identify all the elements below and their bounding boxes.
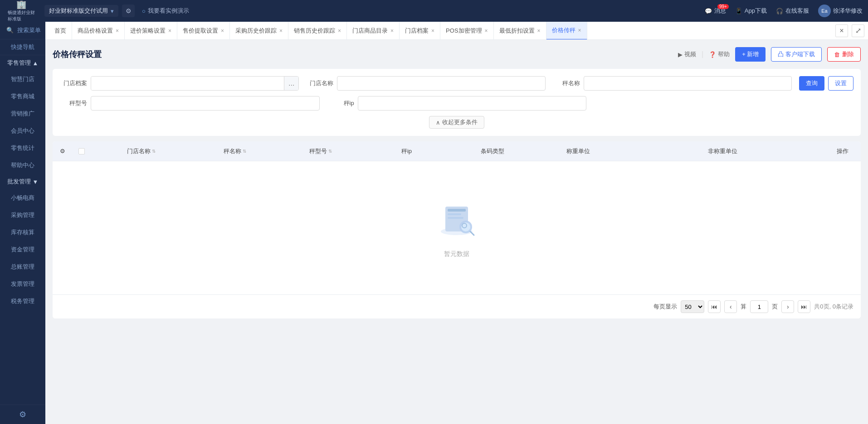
user-menu-btn[interactable]: Ea 徐泽华修改 [818,5,863,17]
sidebar-item-finance[interactable]: 资金管理 [0,241,45,258]
tab-store-catalog[interactable]: 门店商品目录 × [347,22,400,40]
sidebar-item-wholesale-group[interactable]: 批发管理 ▼ [0,174,45,189]
sidebar-item-marketing[interactable]: 营销推广 [0,105,45,122]
close-icon[interactable]: × [537,28,541,34]
message-icon: 💬 [705,8,712,14]
app-download-btn[interactable]: 📱 App下载 [735,7,767,15]
add-button[interactable]: + 新增 [735,47,766,62]
chevron-up-icon: ∧ [436,119,440,126]
store-name-input[interactable] [337,76,545,91]
sidebar-item-member[interactable]: 会员中心 [0,122,45,140]
close-icon[interactable]: × [116,28,119,34]
sort-icon[interactable]: ⇅ [243,149,246,154]
model-input[interactable] [91,96,320,111]
sort-icon[interactable]: ⇅ [328,149,332,154]
sort-icon[interactable]: ⇅ [152,149,156,154]
header-checkbox[interactable] [78,148,85,154]
th-unit: 称重单位 [535,147,621,155]
content-area: 首页 商品价格设置 × 进价策略设置 × 售价提取设置 × 采购历史价跟踪 × … [45,22,868,424]
client-download-button[interactable]: 凸 客户端下载 [771,47,822,62]
empty-text: 暂元数据 [444,250,469,258]
th-model: 秤型号 ⇅ [278,147,364,155]
next-page-btn[interactable]: › [781,300,794,313]
th-nonunit: 非称重单位 [621,147,824,155]
tab-pos-encrypt[interactable]: POS加密管理 × [440,22,493,40]
empty-icon [434,198,479,243]
scale-name-field: 秤名称 [553,76,792,91]
settings-icon[interactable]: ⚙ [122,5,135,17]
message-btn[interactable]: 💬 消息 99+ [705,7,726,15]
tab-store-profile[interactable]: 门店档案 × [400,22,440,40]
last-page-btn[interactable]: ⏭ [798,300,810,313]
collapse-button[interactable]: ∧ 收起更多条件 [429,116,484,129]
store-name-label: 门店名称 [306,79,333,87]
close-icon[interactable]: × [431,28,434,34]
svg-rect-3 [448,213,461,215]
video-link[interactable]: ▶ 视频 [678,50,696,58]
demo-link[interactable]: ○ 我要看实例演示 [142,7,189,15]
scale-ip-label: 秤ip [327,99,354,107]
scale-name-input[interactable] [584,76,792,91]
setting-button[interactable]: 设置 [828,76,853,91]
sidebar-item-ledger[interactable]: 总账管理 [0,258,45,275]
search-row-1: 门店档案 … 门店名称 秤名称 [60,76,853,91]
sidebar-item-retail-mall[interactable]: 零售商城 [0,88,45,105]
sidebar-item-purchase[interactable]: 采购管理 [0,207,45,224]
tab-price-scale[interactable]: 价格传秤 × [546,22,587,40]
page-number-input[interactable] [750,300,768,313]
message-badge: 99+ [717,4,729,9]
prev-page-btn[interactable]: ‹ [724,300,737,313]
tab-purchase-strategy[interactable]: 进价策略设置 × [125,22,177,40]
store-profile-input[interactable] [91,76,284,91]
scale-ip-input[interactable] [358,96,587,111]
sidebar-quick-nav[interactable]: 快捷导航 [0,39,45,55]
sidebar-item-inventory[interactable]: 库存核算 [0,224,45,241]
sidebar-item-ecom[interactable]: 小畅电商 [0,189,45,207]
model-label: 秤型号 [60,99,87,107]
per-page-select[interactable]: 50 20 100 200 [681,300,704,313]
th-settings[interactable]: ⚙ [53,148,73,154]
sidebar-item-help[interactable]: 帮助中心 [0,157,45,174]
store-profile-btn[interactable]: … [284,76,298,91]
delete-button[interactable]: 🗑 删除 [827,47,861,62]
sidebar-item-invoice[interactable]: 发票管理 [0,275,45,293]
th-checkbox[interactable] [73,148,91,154]
query-button[interactable]: 查询 [799,76,824,91]
close-icon[interactable]: × [485,28,488,34]
tab-sales-history[interactable]: 销售历史价跟踪 × [288,22,347,40]
online-service-btn[interactable]: 🎧 在线客服 [776,7,809,15]
th-action: 操作 [824,147,861,155]
per-page-label: 每页显示 [653,303,677,311]
close-tab-btn[interactable]: × [835,24,848,37]
close-icon[interactable]: × [221,28,224,34]
sidebar-bottom-settings[interactable]: ⚙ [0,405,45,424]
svg-rect-2 [448,209,466,212]
main-layout: 🔍 搜索菜单 快捷导航 零售管理 ▲ 智慧门店 零售商城 营销推广 会员中心 零… [0,22,868,424]
tab-price-extract[interactable]: 售价提取设置 × [177,22,230,40]
demo-icon: ○ [142,8,146,14]
tab-home[interactable]: 首页 [49,22,72,40]
version-selector[interactable]: 好业财标准版交付试用 ▾ [44,5,118,17]
help-link[interactable]: ❓ 帮助 [709,50,730,58]
close-icon[interactable]: × [338,28,341,34]
pagination-bar: 每页显示 50 20 100 200 ⏮ ‹ 算 页 › ⏭ 共0页, 0条记录 [53,294,861,318]
sidebar-item-retail-stats[interactable]: 零售统计 [0,140,45,157]
sidebar-item-tax[interactable]: 税务管理 [0,293,45,310]
phone-icon: 📱 [735,8,742,14]
close-icon[interactable]: × [390,28,394,34]
tab-product-price[interactable]: 商品价格设置 × [72,22,125,40]
close-icon[interactable]: × [168,28,171,34]
page-content: 价格传秤设置 ▶ 视频 | ❓ 帮助 + 新增 凸 客户端下载 [45,40,868,424]
close-icon[interactable]: × [279,28,283,34]
sidebar-item-smart-store[interactable]: 智慧门店 [0,71,45,88]
tab-min-discount[interactable]: 最低折扣设置 × [494,22,546,40]
sidebar-item-retail-group[interactable]: 零售管理 ▲ [0,55,45,71]
collapse-row: ∧ 收起更多条件 [60,116,853,129]
table-header: ⚙ 门店名称 ⇅ 秤名称 ⇅ 秤型号 ⇅ [53,141,861,161]
table-container: ⚙ 门店名称 ⇅ 秤名称 ⇅ 秤型号 ⇅ [53,141,861,318]
first-page-btn[interactable]: ⏮ [708,300,721,313]
close-icon[interactable]: × [578,27,581,34]
tab-purchase-history[interactable]: 采购历史价跟踪 × [230,22,288,40]
sidebar-search[interactable]: 🔍 搜索菜单 [0,22,45,39]
expand-tab-btn[interactable]: ⤢ [852,24,864,37]
